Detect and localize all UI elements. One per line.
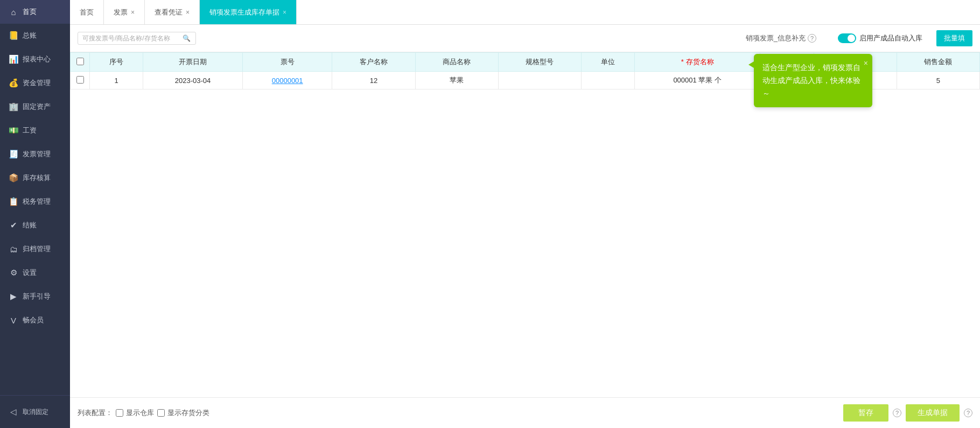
batch-fill-button[interactable]: 批量填 (936, 30, 972, 46)
row-customer: 12 (332, 72, 415, 89)
invoice-link[interactable]: 00000001 (272, 77, 303, 85)
row-date: 2023-03-04 (143, 72, 243, 89)
tab-home[interactable]: 首页 (70, 0, 104, 24)
col-number: 票号 (242, 53, 332, 72)
settings-icon: ⚙ (9, 268, 18, 278)
row-model (498, 72, 581, 89)
tooltip-box: × 适合生产型企业，销项发票自动生成产成品入库，快来体验～ (754, 54, 872, 107)
tax-icon: 📋 (9, 197, 18, 206)
show-category-check[interactable]: 显示存货分类 (157, 408, 209, 418)
col-goods: 商品名称 (415, 53, 498, 72)
row-amount: 5 (897, 72, 979, 89)
sidebar-item-funds[interactable]: 💰 资金管理 (0, 71, 70, 95)
info-icon[interactable]: ? (808, 34, 816, 43)
pin-icon: ◁ (9, 407, 18, 417)
row-seq: 1 (90, 72, 143, 89)
sidebar-item-tax[interactable]: 📋 税务管理 (0, 190, 70, 213)
sidebar-item-member[interactable]: V 畅会员 (0, 308, 70, 332)
inventory-icon: 📦 (9, 173, 18, 183)
funds-icon: 💰 (9, 78, 18, 88)
invoices-icon: 🧾 (9, 149, 18, 159)
row-goods: 苹果 (415, 72, 498, 89)
show-category-checkbox[interactable] (157, 409, 165, 417)
sidebar-item-archive[interactable]: 🗂 归档管理 (0, 237, 70, 261)
sidebar-item-home[interactable]: ⌂ 首页 (0, 0, 70, 24)
tab-invoice[interactable]: 发票 × (104, 0, 145, 24)
sidebar-item-wages[interactable]: 💵 工资 (0, 119, 70, 142)
show-warehouse-checkbox[interactable] (116, 409, 123, 417)
sidebar-item-reports[interactable]: 📊 报表中心 (0, 47, 70, 71)
member-icon: V (9, 316, 18, 325)
search-box[interactable]: 🔍 (78, 32, 196, 45)
home-icon: ⌂ (9, 8, 18, 17)
sidebar-item-ledger[interactable]: 📒 总账 (0, 24, 70, 47)
assets-icon: 🏢 (9, 102, 18, 112)
tab-cancel-invoice-close[interactable]: × (283, 9, 286, 16)
tooltip-close-button[interactable]: × (864, 57, 868, 70)
sidebar-item-assets[interactable]: 🏢 固定资产 (0, 95, 70, 119)
wages-icon: 💵 (9, 126, 18, 135)
col-inventory: * 存货名称 (634, 53, 760, 72)
info-label: 销项发票_信息补充 ? (746, 33, 816, 43)
col-date: 开票日期 (143, 53, 243, 72)
sidebar-item-close[interactable]: ✔ 结账 (0, 213, 70, 237)
col-amount: 销售金额 (897, 53, 979, 72)
sidebar-item-guide[interactable]: ▶ 新手引导 (0, 285, 70, 308)
reports-icon: 📊 (9, 54, 18, 64)
tab-cancel-invoice[interactable]: 销项发票生成库存单据 × (200, 0, 297, 24)
sidebar-item-inventory[interactable]: 📦 库存核算 (0, 166, 70, 190)
generate-info-icon[interactable]: ? (964, 409, 972, 417)
ledger-icon: 📒 (9, 31, 18, 40)
tab-voucher-close[interactable]: × (186, 9, 190, 16)
footer-config: 列表配置： 显示仓库 显示存货分类 (78, 408, 209, 418)
generate-button[interactable]: 生成单据 (906, 404, 960, 422)
tab-voucher[interactable]: 查看凭证 × (145, 0, 200, 24)
guide-icon: ▶ (9, 292, 18, 301)
sidebar-item-invoices[interactable]: 🧾 发票管理 (0, 142, 70, 166)
row-inventory: 000001 苹果 个 (634, 72, 760, 89)
tab-bar: 首页 发票 × 查看凭证 × 销项发票生成库存单据 × (70, 0, 980, 25)
sidebar: ⌂ 首页 📒 总账 📊 报表中心 💰 资金管理 🏢 固定资产 💵 工资 🧾 发票… (0, 0, 70, 428)
show-warehouse-check[interactable]: 显示仓库 (116, 408, 154, 418)
save-button[interactable]: 暂存 (843, 404, 888, 422)
tab-invoice-close[interactable]: × (131, 9, 135, 16)
row-number: 00000001 (242, 72, 332, 89)
toggle-area: 启用产成品自动入库 (838, 33, 922, 43)
archive-icon: 🗂 (9, 245, 18, 254)
toolbar: 🔍 销项发票_信息补充 ? 启用产成品自动入库 批量填 (70, 25, 980, 52)
pin-toggle[interactable]: ◁ 取消固定 (0, 400, 70, 424)
col-unit: 单位 (581, 53, 634, 72)
auto-warehouse-toggle[interactable] (838, 33, 856, 43)
col-seq: 序号 (90, 53, 143, 72)
sidebar-bottom: ◁ 取消固定 (0, 395, 70, 428)
close-accounts-icon: ✔ (9, 220, 18, 230)
main-area: 首页 发票 × 查看凭证 × 销项发票生成库存单据 × 🔍 销项发票_信息补充 … (70, 0, 980, 428)
row-checkbox-cell (71, 72, 90, 89)
row-checkbox[interactable] (76, 76, 84, 84)
footer: 列表配置： 显示仓库 显示存货分类 暂存 ? 生成单据 ? (70, 397, 980, 428)
col-customer: 客户名称 (332, 53, 415, 72)
col-checkbox (71, 53, 90, 72)
save-info-icon[interactable]: ? (893, 409, 901, 417)
search-icon: 🔍 (183, 34, 191, 42)
row-unit (581, 72, 634, 89)
col-model: 规格型号 (498, 53, 581, 72)
sidebar-item-settings[interactable]: ⚙ 设置 (0, 261, 70, 285)
select-all-checkbox[interactable] (76, 58, 84, 65)
search-input[interactable] (82, 34, 179, 42)
footer-actions: 暂存 ? 生成单据 ? (843, 404, 972, 422)
